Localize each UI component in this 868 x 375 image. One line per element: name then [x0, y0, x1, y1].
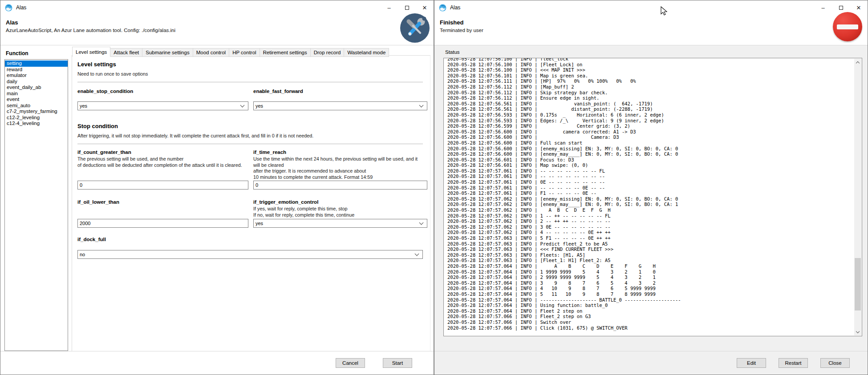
alas-app-icon — [439, 4, 446, 12]
enable-stop-condition-label: enable_stop_condition — [77, 89, 248, 94]
screen: Alas – ✕ Alas AzurLaneAutoScript, An Azu… — [0, 0, 868, 375]
tab-hp-control[interactable]: HP control — [229, 48, 260, 57]
bottom-bar: Edit Restart Close — [434, 351, 868, 375]
stop-icon-bar — [837, 24, 858, 29]
divider — [77, 82, 423, 82]
if-dock-full-value: no — [80, 252, 85, 257]
if-oil-lower-than-input[interactable] — [77, 219, 248, 228]
titlebar[interactable]: Alas – ✕ — [434, 0, 868, 15]
window-title: Alas — [450, 4, 460, 11]
titlebar[interactable]: Alas – ✕ — [0, 0, 434, 15]
if-trigger-emotion-control-select[interactable]: yes — [253, 219, 427, 228]
section-title: Level settings — [77, 61, 423, 68]
edit-button[interactable]: Edit — [737, 358, 766, 368]
status-title: Finished — [440, 19, 862, 26]
log-scrollbar[interactable] — [854, 59, 861, 335]
if-count-greater-than-label: if_count_greater_than — [77, 149, 248, 155]
chevron-up-icon — [856, 61, 860, 65]
sidebar-item-main[interactable]: main — [5, 91, 68, 97]
bottom-bar: Cancel Start — [0, 351, 434, 375]
scrollbar-thumb[interactable] — [855, 258, 861, 310]
function-list[interactable]: settingrewardemulatordailyevent_daily_ab… — [4, 59, 68, 351]
tab-submarine-settings[interactable]: Submarine settings — [142, 48, 193, 57]
field-help: Use the time within the next 24 hours, t… — [253, 156, 427, 162]
if-trigger-emotion-control-label: if_trigger_emotion_control — [253, 199, 427, 205]
log-text: 2020-05-28 12:07:56.100 | INFO | fleet_l… — [444, 58, 854, 331]
alas-app-icon — [5, 4, 12, 12]
config-body: Function settingrewardemulatordailyevent… — [0, 45, 434, 375]
enable-stop-condition-value: yes — [80, 103, 87, 109]
sidebar-item-c12-2_leveling[interactable]: c12-2_leveling — [5, 115, 68, 121]
tab-wasteland-mode[interactable]: Wasteland mode — [344, 48, 389, 57]
enable-fast-forward-label: enable_fast_forward — [253, 89, 427, 94]
tab-level-settings[interactable]: Level settings — [72, 47, 110, 57]
tab-drop-record[interactable]: Drop record — [310, 48, 345, 57]
minimize-button[interactable]: – — [380, 0, 398, 15]
divider — [77, 144, 423, 144]
status-subtitle: Terminated by user — [440, 28, 862, 33]
config-window: Alas – ✕ Alas AzurLaneAutoScript, An Azu… — [0, 0, 434, 375]
log-box[interactable]: 2020-05-28 12:07:56.100 | INFO | fleet_l… — [443, 58, 862, 336]
if-oil-lower-than-label: if_oil_lower_than — [77, 199, 248, 205]
header: Finished Terminated by user — [434, 15, 868, 45]
scroll-down-button[interactable] — [854, 328, 861, 335]
tab-retirement-settings[interactable]: Retirement settings — [260, 48, 311, 57]
chevron-down-icon — [856, 329, 860, 333]
sidebar-item-c7-2_mystery_farming[interactable]: c7-2_mystery_farming — [5, 109, 68, 115]
field-help: 10 minutes to complete the current attac… — [253, 174, 427, 181]
chevron-down-icon — [419, 220, 424, 225]
section-desc: After triggering, it will not stop immed… — [77, 133, 423, 139]
field-help: If no, wait for reply, complete this tim… — [253, 212, 427, 218]
status-group-label: Status — [445, 49, 460, 55]
start-button[interactable]: Start — [383, 358, 412, 368]
tools-icon — [400, 13, 430, 43]
sidebar-item-setting[interactable]: setting — [5, 60, 68, 67]
status-body: Status 2020-05-28 12:07:56.100 | INFO | … — [434, 45, 868, 375]
cancel-button[interactable]: Cancel — [336, 358, 365, 368]
section-title: Stop condition — [77, 123, 423, 129]
chevron-down-icon — [419, 103, 424, 107]
app-title: Alas — [6, 19, 428, 26]
enable-fast-forward-select[interactable]: yes — [253, 101, 427, 110]
if-trigger-emotion-control-value: yes — [256, 221, 263, 226]
sidebar-item-c12-4_leveling[interactable]: c12-4_leveling — [5, 121, 68, 127]
if-count-greater-than-input[interactable] — [77, 181, 248, 190]
sidebar-item-event_daily_ab[interactable]: event_daily_ab — [5, 85, 68, 91]
enable-fast-forward-value: yes — [256, 103, 263, 109]
sidebar-item-semi_auto[interactable]: semi_auto — [5, 103, 68, 109]
sidebar-item-daily[interactable]: daily — [5, 79, 68, 85]
scroll-up-button[interactable] — [854, 59, 861, 66]
restart-button[interactable]: Restart — [779, 358, 808, 368]
close-window-button[interactable]: Close — [820, 358, 850, 368]
field-help: The previous setting will be used, and t… — [77, 156, 248, 162]
minimize-button[interactable]: – — [814, 0, 832, 15]
function-label: Function — [6, 50, 28, 56]
chevron-down-icon — [240, 103, 245, 107]
field-help: after the trigger. It is recommended to … — [253, 168, 427, 174]
app-subtitle: AzurLaneAutoScript, An Azur Lane automat… — [6, 28, 428, 33]
if-dock-full-label: if_dock_full — [77, 237, 423, 242]
maximize-icon — [405, 6, 409, 10]
sidebar-item-reward[interactable]: reward — [5, 67, 68, 73]
window-title: Alas — [16, 4, 26, 11]
chevron-down-icon — [415, 251, 419, 256]
if-dock-full-select[interactable]: no — [77, 250, 423, 259]
header: Alas AzurLaneAutoScript, An Azur Lane au… — [0, 15, 434, 45]
section-desc: Need to run once to save options — [77, 71, 423, 77]
status-window: Alas – ✕ Finished Terminated by user Sta… — [434, 0, 868, 375]
if-time-reach-input[interactable] — [253, 181, 427, 190]
field-help: will be cleared — [253, 162, 427, 169]
tab-attack-fleet[interactable]: Attack fleet — [110, 48, 142, 57]
if-time-reach-label: if_time_reach — [253, 149, 427, 155]
tab-bar: Level settingsAttack fleetSubmarine sett… — [73, 47, 389, 57]
tab-pane-level-settings: Level settings Need to run once to save … — [72, 55, 430, 351]
sidebar-item-event[interactable]: event — [5, 97, 68, 103]
field-help: of deductions will be deducted after com… — [77, 162, 248, 169]
sidebar-item-emulator[interactable]: emulator — [5, 73, 68, 79]
field-help: If yes, wait for reply, complete this ti… — [253, 206, 427, 212]
maximize-icon — [839, 6, 843, 10]
stop-icon — [833, 12, 862, 41]
tab-mood-control[interactable]: Mood control — [193, 48, 229, 57]
enable-stop-condition-select[interactable]: yes — [77, 101, 248, 110]
